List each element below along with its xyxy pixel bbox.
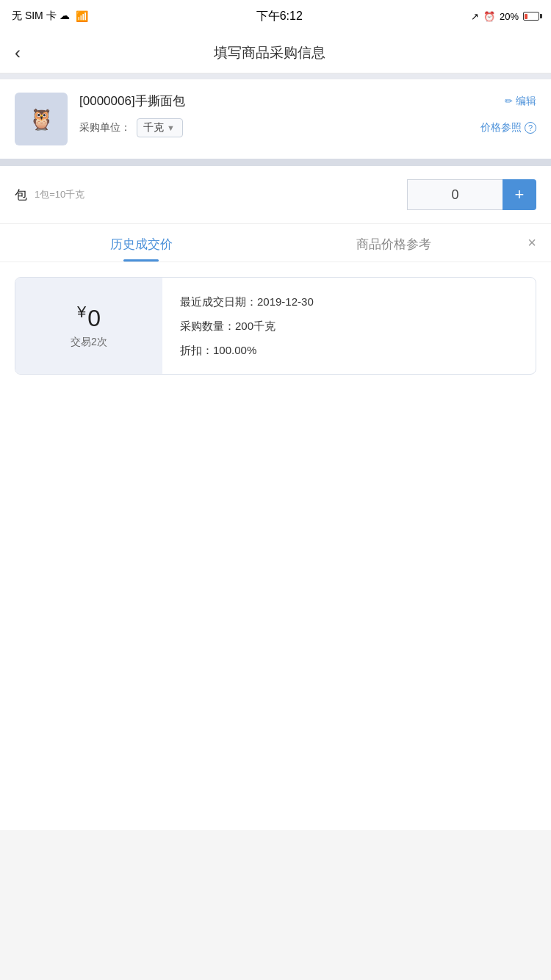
history-qty-label: 采购数量： bbox=[180, 320, 235, 332]
product-card: 🦉 [0000006]手撕面包 ✏ 编辑 采购单位： 千克 ▼ 价格参照 ? bbox=[0, 79, 551, 159]
history-qty-value: 200千克 bbox=[235, 320, 276, 332]
history-qty-row: 采购数量：200千克 bbox=[180, 318, 518, 334]
unit-selector[interactable]: 千克 ▼ bbox=[137, 118, 183, 137]
status-bar: 无 SIM 卡 ☁ 📶 下午6:12 ↗ ⏰ 20% bbox=[0, 0, 551, 32]
history-date-row: 最近成交日期：2019-12-30 bbox=[180, 294, 518, 309]
unit-label: 采购单位： 千克 ▼ bbox=[79, 118, 183, 137]
product-info: [0000006]手撕面包 ✏ 编辑 采购单位： 千克 ▼ 价格参照 ? bbox=[79, 93, 536, 137]
history-trades-count: 交易2次 bbox=[71, 336, 107, 349]
status-time: 下午6:12 bbox=[256, 9, 303, 24]
history-date-value: 2019-12-30 bbox=[257, 295, 314, 308]
tab-price-ref-label: 商品价格参考 bbox=[356, 237, 431, 251]
product-unit-row: 采购单位： 千克 ▼ 价格参照 ? bbox=[79, 118, 536, 137]
history-date-label: 最近成交日期： bbox=[180, 295, 257, 308]
back-button[interactable]: ‹ bbox=[15, 43, 21, 63]
top-divider bbox=[0, 73, 551, 79]
history-discount-row: 折扣：100.00% bbox=[180, 342, 518, 358]
qty-conversion: 1包=10千克 bbox=[35, 188, 84, 201]
tab-history-price[interactable]: 历史成交价 bbox=[15, 224, 267, 262]
battery-percent: 20% bbox=[500, 11, 519, 22]
unit-text: 采购单位： bbox=[79, 121, 131, 134]
tabs-container: 历史成交价 商品价格参考 × bbox=[0, 224, 551, 262]
price-reference-button[interactable]: 价格参照 ? bbox=[480, 121, 536, 134]
history-price-panel: ¥0 交易2次 bbox=[15, 278, 162, 374]
tab-product-price-ref[interactable]: 商品价格参考 bbox=[267, 224, 520, 262]
product-header: [0000006]手撕面包 ✏ 编辑 bbox=[79, 93, 536, 109]
quantity-input[interactable] bbox=[407, 179, 503, 210]
gray-divider bbox=[0, 159, 551, 166]
quantity-controls: + bbox=[407, 179, 536, 210]
page-title: 填写商品采购信息 bbox=[32, 43, 507, 62]
unit-value: 千克 bbox=[143, 121, 164, 134]
tab-history-label: 历史成交价 bbox=[110, 237, 173, 251]
sim-status: 无 SIM 卡 ☁ bbox=[12, 10, 70, 23]
history-discount-value: 100.00% bbox=[213, 344, 256, 356]
qty-unit: 包 bbox=[15, 187, 27, 203]
status-right: ↗ ⏰ 20% bbox=[471, 11, 539, 22]
wifi-icon: 📶 bbox=[76, 10, 88, 22]
quantity-label: 包 1包=10千克 bbox=[15, 187, 84, 203]
unit-dropdown-arrow: ▼ bbox=[167, 123, 175, 132]
edit-label: 编辑 bbox=[516, 95, 536, 108]
tab-active-indicator bbox=[123, 259, 159, 262]
history-discount-label: 折扣： bbox=[180, 344, 213, 356]
quantity-row: 包 1包=10千克 + bbox=[0, 166, 551, 224]
price-ref-label: 价格参照 bbox=[480, 121, 522, 134]
content-area bbox=[0, 389, 551, 830]
alarm-icon: ⏰ bbox=[483, 11, 495, 22]
history-price-value: ¥0 bbox=[77, 303, 101, 332]
quantity-plus-button[interactable]: + bbox=[503, 179, 536, 210]
tabs-close-button[interactable]: × bbox=[520, 227, 536, 259]
location-icon: ↗ bbox=[471, 11, 479, 22]
help-icon: ? bbox=[525, 122, 536, 134]
edit-icon: ✏ bbox=[505, 96, 513, 107]
product-logo-icon: 🦉 bbox=[29, 107, 54, 131]
history-section: ¥0 交易2次 最近成交日期：2019-12-30 采购数量：200千克 折扣：… bbox=[0, 262, 551, 389]
status-left: 无 SIM 卡 ☁ 📶 bbox=[12, 10, 88, 23]
product-name: [0000006]手撕面包 bbox=[79, 93, 185, 109]
history-details-panel: 最近成交日期：2019-12-30 采购数量：200千克 折扣：100.00% bbox=[162, 278, 536, 374]
product-thumbnail: 🦉 bbox=[15, 93, 68, 145]
battery-icon bbox=[523, 12, 539, 21]
currency-symbol: ¥ bbox=[77, 303, 86, 321]
edit-button[interactable]: ✏ 编辑 bbox=[505, 95, 536, 108]
history-card: ¥0 交易2次 最近成交日期：2019-12-30 采购数量：200千克 折扣：… bbox=[15, 277, 536, 375]
nav-bar: ‹ 填写商品采购信息 bbox=[0, 32, 551, 73]
